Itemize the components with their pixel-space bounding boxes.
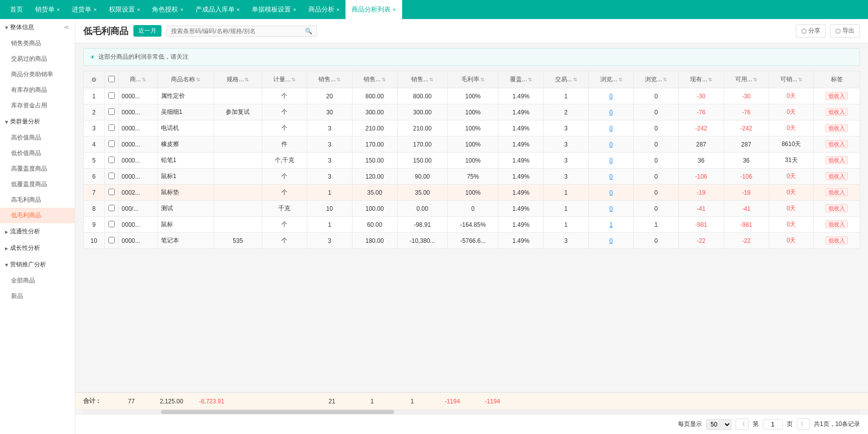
sidebar-item-traded-goods[interactable]: 交易过的商品 — [0, 51, 75, 67]
col-available[interactable]: 可用...⇅ — [724, 71, 769, 88]
col-name[interactable]: 商品名称⇅ — [157, 71, 214, 88]
nav-close-icon[interactable]: × — [57, 7, 60, 13]
horizontal-scrollbar[interactable] — [83, 410, 860, 414]
sidebar-item-stock-capital[interactable]: 库存资金占用 — [0, 98, 75, 113]
row-select-checkbox[interactable] — [108, 124, 115, 131]
row-select-checkbox[interactable] — [108, 173, 115, 179]
row-browse1[interactable]: 0 — [589, 136, 634, 153]
row-browse1[interactable]: 0 — [589, 88, 634, 104]
nav-close-icon[interactable]: × — [336, 7, 339, 13]
sidebar-item-high-margin[interactable]: 高毛利商品 — [0, 192, 75, 208]
row-browse1[interactable]: 0 — [589, 201, 634, 217]
sidebar-group-cluster[interactable]: ▾ 类群量分析 — [0, 113, 75, 130]
nav-close-icon[interactable]: × — [93, 7, 96, 13]
search-box[interactable]: 🔍 — [166, 26, 317, 37]
col-sales-price[interactable]: 销售...⇅ — [352, 71, 397, 88]
col-unit[interactable]: 计量...⇅ — [262, 71, 307, 88]
row-select-checkbox[interactable] — [108, 205, 115, 211]
sidebar-item-low-coverage[interactable]: 低覆盖度商品 — [0, 177, 75, 192]
sidebar-item-low-margin[interactable]: 低毛利商品 — [0, 208, 75, 223]
row-select-checkbox[interactable] — [108, 108, 115, 115]
time-filter-button[interactable]: 近一月 — [133, 25, 161, 37]
col-gross-margin[interactable]: 毛利率⇅ — [447, 71, 498, 88]
share-button[interactable]: ⬡ 分享 — [796, 24, 826, 38]
nav-close-icon[interactable]: × — [393, 7, 396, 13]
sidebar-item-high-value[interactable]: 高价值商品 — [0, 130, 75, 146]
nav-sales-order[interactable]: 销货单× — [29, 0, 66, 19]
nav-home[interactable]: 首页 — [4, 0, 29, 19]
col-coverage[interactable]: 覆盖...⇅ — [498, 71, 544, 88]
row-browse1[interactable]: 0 — [589, 185, 634, 201]
row-checkbox[interactable] — [104, 104, 118, 120]
row-browse1[interactable]: 0 — [589, 153, 634, 169]
sidebar-item-all-goods[interactable]: 全部商品 — [0, 273, 75, 288]
sidebar-item-category-rate[interactable]: 商品分类助销率 — [0, 67, 75, 82]
row-browse1[interactable]: 0 — [589, 169, 634, 185]
row-checkbox[interactable] — [104, 185, 118, 201]
col-browse2[interactable]: 浏览...⇅ — [633, 71, 678, 88]
row-browse1[interactable]: 0 — [589, 120, 634, 136]
sidebar-item-low-value[interactable]: 低价值商品 — [0, 146, 75, 161]
sidebar-item-in-stock[interactable]: 有库存的商品 — [0, 82, 75, 98]
nav-product-analysis-list[interactable]: 商品分析列表× — [345, 0, 402, 19]
row-tag: 低收入 — [814, 153, 860, 169]
next-page-button[interactable]: 〉 — [797, 418, 810, 430]
row-checkbox[interactable] — [104, 169, 118, 185]
sidebar-item-sales-goods[interactable]: 销售类商品 — [0, 36, 75, 51]
nav-product-analysis[interactable]: 商品分析× — [302, 0, 345, 19]
nav-close-icon[interactable]: × — [293, 7, 296, 13]
sidebar-item-new-goods[interactable]: 新品 — [0, 288, 75, 304]
page-input[interactable] — [763, 419, 783, 429]
row-select-checkbox[interactable] — [108, 221, 115, 227]
sidebar-collapse-btn[interactable]: ≪ — [64, 24, 70, 31]
row-select-checkbox[interactable] — [108, 237, 115, 243]
sidebar-group-marketing[interactable]: ▾ 营销推广分析 — [0, 256, 75, 273]
row-select-checkbox[interactable] — [108, 189, 115, 195]
export-button[interactable]: ⬡ 导出 — [830, 24, 860, 38]
scrollbar-thumb[interactable] — [161, 410, 394, 414]
col-tag[interactable]: 标签 — [814, 71, 860, 88]
row-checkbox[interactable] — [104, 217, 118, 233]
col-sales-amount[interactable]: 销售...⇅ — [397, 71, 447, 88]
col-spec[interactable]: 规格...⇅ — [214, 71, 262, 88]
col-browse1[interactable]: 浏览...⇅ — [589, 71, 634, 88]
row-checkbox[interactable] — [104, 233, 118, 249]
nav-template-settings[interactable]: 单据模板设置× — [246, 0, 302, 19]
col-trade-count[interactable]: 交易...⇅ — [544, 71, 589, 88]
search-icon[interactable]: 🔍 — [305, 28, 312, 35]
sidebar-item-high-coverage[interactable]: 高覆盖度商品 — [0, 161, 75, 177]
row-browse1[interactable]: 1 — [589, 217, 634, 233]
row-select-checkbox[interactable] — [108, 140, 115, 147]
row-checkbox[interactable] — [104, 136, 118, 153]
nav-close-icon[interactable]: × — [137, 7, 140, 13]
row-checkbox[interactable] — [104, 201, 118, 217]
nav-permissions[interactable]: 权限设置× — [103, 0, 146, 19]
select-all-checkbox[interactable] — [108, 76, 115, 82]
nav-purchase-order[interactable]: 进货单× — [66, 0, 102, 19]
row-checkbox[interactable] — [104, 88, 118, 104]
row-checkbox[interactable] — [104, 120, 118, 136]
table-container[interactable]: ⚙ 商...⇅ 商品名称⇅ 规格...⇅ 计量...⇅ 销售...⇅ 销售...… — [75, 66, 868, 392]
nav-close-icon[interactable]: × — [180, 7, 183, 13]
row-sales-qty: 1 — [307, 217, 352, 233]
col-current-stock[interactable]: 现有...⇅ — [678, 71, 724, 88]
nav-product-entry[interactable]: 产成品入库单× — [190, 0, 246, 19]
sidebar-group-overall[interactable]: ▾ 整体信息 ≪ — [0, 19, 75, 36]
search-input[interactable] — [171, 28, 305, 35]
row-browse1[interactable]: 0 — [589, 104, 634, 120]
col-settings[interactable]: ⚙ — [84, 71, 105, 88]
row-checkbox[interactable] — [104, 153, 118, 169]
per-page-select[interactable]: 50 100 200 — [706, 419, 732, 430]
col-sales-qty[interactable]: 销售...⇅ — [307, 71, 352, 88]
col-checkbox[interactable] — [104, 71, 118, 88]
row-browse1[interactable]: 0 — [589, 233, 634, 249]
col-code[interactable]: 商...⇅ — [118, 71, 157, 88]
nav-close-icon[interactable]: × — [237, 7, 240, 13]
sidebar-group-liquidity[interactable]: ▸ 流通性分析 — [0, 223, 75, 240]
row-select-checkbox[interactable] — [108, 157, 115, 163]
col-sellable[interactable]: 可销...⇅ — [769, 71, 814, 88]
sidebar-group-growth[interactable]: ▸ 成长性分析 — [0, 240, 75, 256]
nav-roles[interactable]: 角色授权× — [146, 0, 189, 19]
prev-page-button[interactable]: 〈 — [736, 418, 749, 430]
row-select-checkbox[interactable] — [108, 92, 115, 99]
